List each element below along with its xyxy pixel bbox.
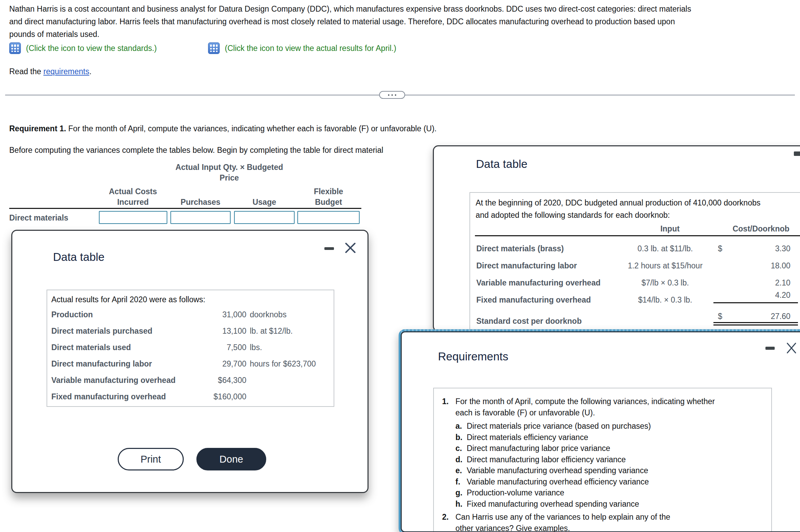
total-double-rule (713, 322, 798, 325)
standards-inner-box: At the beginning of 2020, DDC budgeted a… (469, 192, 800, 343)
std-total-amount: 27.60 (730, 312, 790, 321)
page: Nathan Harris is a cost accountant and b… (0, 0, 800, 532)
actuals-intro: Actual results for April 2020 were as fo… (51, 295, 330, 304)
actuals-rows: Production 31,000 doorknobs Direct mater… (51, 306, 330, 405)
usage-input[interactable] (234, 211, 295, 224)
print-button[interactable]: Print (118, 448, 184, 470)
table-row: Fixed manufacturing overhead $160,000 (51, 388, 330, 405)
list-item: b. Direct materials efficiency variance (455, 432, 764, 443)
std-row-amount: 4.20 (730, 291, 790, 300)
flexible-budget-input[interactable] (297, 211, 360, 224)
problem-line-2: and direct manufacturing labor. Harris f… (9, 15, 691, 28)
table-row: Direct manufacturing labor 29,700 hours … (51, 356, 330, 372)
variance-table-rule (9, 208, 361, 209)
view-actual-results-link[interactable]: (Click the icon to view the actual resul… (208, 42, 396, 54)
std-row-input: 1.2 hours at $15/hour (617, 261, 713, 270)
requirement-item-1-line2: each is favorable (F) or unfavorable (U)… (455, 407, 764, 418)
list-item: d. Direct manufacturing labor efficiency… (455, 454, 764, 465)
col-usage: Usage (234, 197, 295, 208)
cost-column-header: Cost/Doorknob (715, 224, 800, 234)
instruction-line: Before computing the variances complete … (9, 146, 383, 155)
requirement-item-1: 1. For the month of April, compute the f… (442, 396, 764, 407)
table-row: Direct materials used 7,500 lbs. (51, 339, 330, 356)
table-row: Variable manufacturing overhead $64,300 (51, 372, 330, 388)
list-item: h. Fixed manufacturing overhead spending… (455, 498, 764, 510)
subtotal-rule (713, 302, 798, 303)
minimize-icon[interactable] (765, 347, 775, 350)
requirements-dialog: Requirements 1. For the month of April, … (399, 329, 800, 532)
list-item: a. Direct materials price variance (base… (455, 421, 764, 432)
col-flexible-budget: Flexible Budget (297, 186, 360, 208)
table-grid-icon[interactable] (9, 42, 21, 54)
requirement-item-2-line2: other variances? Give examples. (455, 523, 764, 532)
minimize-icon[interactable] (794, 151, 800, 156)
close-icon[interactable] (786, 342, 797, 355)
standards-dialog: Data table At the beginning of 2020, DDC… (433, 145, 800, 332)
list-item: g. Production-volume variance (455, 487, 764, 498)
requirement-subitems: a. Direct materials price variance (base… (442, 421, 764, 509)
requirement-item-2: 2. Can Harris use any of the variances t… (442, 511, 764, 523)
std-row-label: Direct manufacturing labor (476, 261, 577, 270)
requirement1-text: For the month of April, compute the vari… (66, 124, 437, 133)
standards-intro-1: At the beginning of 2020, DDC budgeted a… (476, 198, 760, 208)
requirement1-label: Requirement 1. (9, 124, 66, 133)
problem-line-1: Nathan Harris is a cost accountant and b… (9, 3, 691, 15)
currency-symbol: $ (718, 244, 722, 253)
standards-dialog-title: Data table (476, 158, 527, 171)
std-row-amount: 2.10 (730, 278, 790, 288)
table-row: Direct materials purchased 13,100 lb. at… (51, 323, 330, 339)
input-column-header: Input (625, 224, 714, 234)
variance-span-header: Actual Input Qty. × Budgeted Price (161, 162, 298, 183)
collapse-handle-button[interactable] (379, 91, 405, 99)
standards-header-rule (475, 235, 800, 236)
read-prefix: Read the (9, 67, 43, 76)
view-actuals-label[interactable]: (Click the icon to view the actual resul… (225, 44, 396, 53)
actual-results-dialog: Data table Actual results for April 2020… (11, 230, 369, 493)
list-item: e. Variable manufacturing overhead spend… (455, 465, 764, 476)
std-row-input: $7/lb × 0.3 lb. (617, 278, 713, 288)
requirements-link[interactable]: requirements (43, 67, 89, 76)
std-row-amount: 3.30 (730, 244, 790, 253)
currency-symbol: $ (718, 312, 722, 321)
std-row-label: Fixed manufacturing overhead (476, 295, 591, 305)
list-item: c. Direct manufacturing labor price vari… (455, 443, 764, 454)
std-row-label: Variable manufacturing overhead (476, 278, 601, 288)
std-total-label: Standard cost per doorknob (476, 317, 582, 326)
requirement1-line: Requirement 1. For the month of April, c… (9, 124, 437, 133)
done-button[interactable]: Done (196, 448, 266, 470)
view-standards-link[interactable]: (Click the icon to view the standards.) (9, 42, 157, 54)
problem-statement: Nathan Harris is a cost accountant and b… (9, 3, 691, 41)
list-item: f. Variable manufacturing overhead effic… (455, 476, 764, 488)
requirements-inner-box: 1. For the month of April, compute the f… (433, 388, 772, 531)
standards-intro-2: and adopted the following standards for … (476, 211, 670, 220)
read-suffix: . (89, 67, 91, 76)
table-row: Production 31,000 doorknobs (51, 306, 330, 323)
purchases-input[interactable] (170, 211, 231, 224)
std-row-amount: 18.00 (730, 261, 790, 270)
read-requirements-line: Read the requirements. (9, 67, 91, 76)
col-actual-costs-incurred: Actual Costs Incurred (98, 186, 168, 208)
view-standards-label[interactable]: (Click the icon to view the standards.) (26, 44, 157, 53)
requirements-dialog-title: Requirements (438, 350, 508, 363)
actual-costs-incurred-input[interactable] (99, 211, 167, 224)
std-row-label: Direct materials (brass) (476, 244, 564, 253)
actuals-inner-box: Actual results for April 2020 were as fo… (47, 290, 334, 407)
std-row-input: $14/lb. × 0.3 lb. (617, 295, 713, 305)
problem-line-3: pounds of materials used. (9, 28, 691, 41)
col-purchases: Purchases (170, 197, 231, 208)
close-icon[interactable] (344, 241, 357, 254)
actuals-dialog-title: Data table (53, 251, 104, 264)
table-grid-icon[interactable] (208, 42, 220, 54)
direct-materials-row-label: Direct materials (9, 213, 68, 223)
minimize-icon[interactable] (324, 247, 334, 250)
std-row-input: 0.3 lb. at $11/lb. (617, 244, 713, 253)
